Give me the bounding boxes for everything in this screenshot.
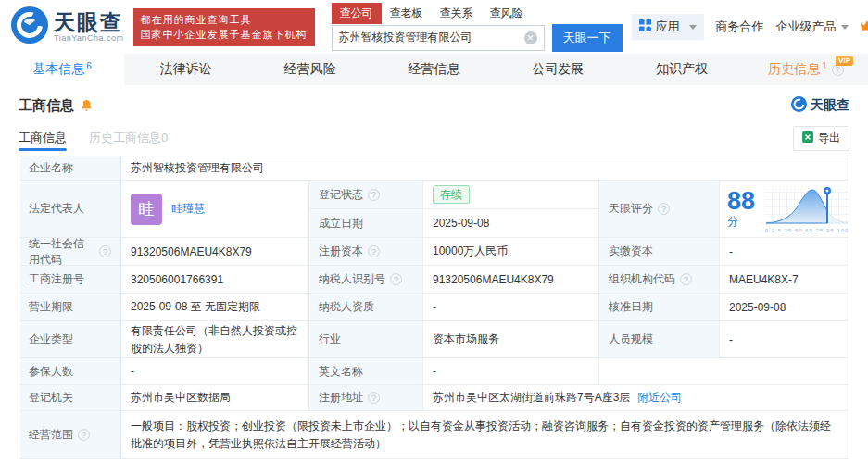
chart-axis-ticks: 0 1 5 25 50 65 75 95 100	[765, 228, 849, 233]
company-name-value: 苏州智核投资管理有限公司	[121, 156, 849, 181]
search-area: 查公司 查老板 查关系 查风险 天眼一下	[332, 3, 623, 52]
empty-cell	[599, 358, 849, 385]
field-label-text: 天眼评分	[609, 201, 653, 217]
staff-size-value: -	[720, 321, 849, 358]
subtab-history-registration[interactable]: 历史工商信息0	[89, 122, 168, 154]
field-label: 参保人数	[19, 358, 121, 385]
field-label: 天眼评分	[599, 181, 720, 238]
tab-legal-litigation[interactable]: 法律诉讼	[124, 54, 248, 85]
chevron-down-icon	[841, 25, 849, 30]
org-code-value: MAEU4K8X-7	[720, 266, 849, 294]
clear-input-icon[interactable]	[524, 31, 537, 44]
search-button[interactable]: 天眼一下	[552, 24, 623, 52]
export-button[interactable]: 导出	[793, 126, 849, 151]
promo-banner: 都在用的商业查询工具 国家中小企业发展子基金旗下机构	[133, 8, 315, 46]
field-label-text: 组织机构代码	[609, 271, 675, 287]
top-header: 天眼查 TianYanCha.com 都在用的商业查询工具 国家中小企业发展子基…	[0, 0, 868, 54]
enterprise-products-label: 企业级产品	[776, 19, 837, 35]
field-label-text: 登记状态	[319, 187, 363, 203]
open-vip-menu[interactable]: 开通会员	[861, 19, 868, 35]
tianyancha-logo[interactable]: 天眼查 TianYanCha.com	[11, 6, 124, 47]
help-icon[interactable]	[390, 273, 402, 285]
status-badge: 存续	[433, 185, 470, 205]
tab-label: 基本信息	[32, 61, 84, 78]
reg-authority-value: 苏州市吴中区数据局	[121, 385, 309, 411]
search-input[interactable]	[339, 31, 524, 44]
approval-date-value: 2025-09-08	[720, 294, 849, 321]
field-label-text: 注册地址	[319, 390, 363, 406]
tab-label: 法律诉讼	[160, 61, 212, 78]
help-icon[interactable]	[368, 392, 380, 404]
monitor-bell-icon[interactable]	[81, 99, 93, 112]
tianyan-score-cell[interactable]: 88分	[720, 181, 849, 238]
tab-label: 公司发展	[532, 61, 584, 78]
field-label: 英文名称	[309, 358, 423, 385]
field-label: 统一社会信用代码	[19, 238, 121, 266]
tianyancha-logo-icon	[11, 6, 48, 47]
tab-business-info[interactable]: 经营信息	[372, 54, 497, 85]
brand-watermark: 天眼查	[791, 96, 849, 116]
chevron-down-icon	[689, 25, 697, 30]
apps-menu[interactable]: 应用	[632, 14, 704, 40]
help-icon[interactable]	[368, 245, 380, 257]
enterprise-products-menu[interactable]: 企业级产品	[776, 19, 849, 35]
company-nav-tabs: 基本信息 6 法律诉讼 经营风险 经营信息 公司发展 知识产权 VIP 历史信息…	[0, 54, 868, 85]
tab-operational-risk[interactable]: 经营风险	[248, 54, 372, 85]
subtab-business-registration[interactable]: 工商信息	[19, 122, 67, 154]
field-label: 成立日期	[309, 209, 423, 238]
tab-history-info[interactable]: VIP 历史信息 1	[744, 54, 868, 85]
promo-line-1: 都在用的商业查询工具	[141, 12, 308, 28]
tab-count: 1	[822, 61, 827, 71]
company-type-value: 有限责任公司（非自然人投资或控股的法人独资）	[121, 321, 309, 358]
reg-capital-value: 10000万人民币	[423, 238, 599, 266]
field-label: 行业	[309, 321, 423, 358]
help-icon[interactable]	[680, 273, 692, 285]
avatar[interactable]: 眭	[131, 194, 162, 225]
business-cooperation-link[interactable]: 商务合作	[716, 19, 764, 35]
field-label: 经营范围	[19, 411, 121, 459]
logo-domain: TianYanCha.com	[54, 33, 124, 43]
help-icon[interactable]	[78, 429, 90, 441]
search-tab-relation[interactable]: 查关系	[432, 3, 482, 24]
score-value: 88	[727, 187, 755, 215]
taxpayer-quality-value: -	[423, 294, 599, 321]
top-nav: 应用 商务合作 企业级产品 开通会员	[632, 14, 868, 40]
reg-address-value: 苏州市吴中区太湖街道前珠路7号A座3层	[433, 390, 630, 406]
legal-rep-link[interactable]: 眭瑾慧	[171, 201, 205, 217]
field-label: 法定代表人	[19, 181, 121, 238]
help-icon[interactable]	[658, 203, 670, 215]
business-info-card: 工商信息 天眼查 工商信息 历史工商信息0	[0, 89, 868, 459]
tab-company-development[interactable]: 公司发展	[496, 54, 620, 85]
tab-label: 知识产权	[656, 61, 708, 78]
field-label: 注册资本	[309, 238, 423, 266]
tab-label: 经营风险	[284, 61, 336, 78]
registration-info-table: 企业名称 苏州智核投资管理有限公司 法定代表人 眭 眭瑾慧 登记状态 存续 成立…	[19, 156, 849, 459]
tab-count: 6	[86, 61, 92, 71]
score-unit: 分	[727, 215, 738, 228]
tab-label: 历史信息	[768, 61, 820, 78]
score-distribution-chart: 0 1 5 25 50 65 75 95 100	[764, 184, 849, 233]
field-label: 注册地址	[309, 385, 423, 411]
search-tab-boss[interactable]: 查老板	[382, 3, 432, 24]
tab-basic-info[interactable]: 基本信息 6	[0, 54, 124, 85]
brand-watermark-text: 天眼查	[811, 97, 849, 114]
tab-intellectual-property[interactable]: 知识产权	[620, 54, 744, 85]
promo-line-2: 国家中小企业发展子基金旗下机构	[141, 27, 308, 43]
business-scope-value: 一般项目：股权投资；创业投资（限投资未上市企业）；以自有资金从事投资活动；融资咨…	[121, 411, 849, 459]
search-tab-risk[interactable]: 查风险	[482, 3, 532, 24]
field-label: 纳税人识别号	[309, 266, 423, 294]
apps-label: 应用	[656, 19, 680, 35]
reg-number-value: 320506001766391	[121, 266, 309, 294]
logo-title: 天眼查	[54, 11, 124, 33]
field-label: 组织机构代码	[599, 266, 720, 294]
field-label-text: 注册资本	[319, 244, 363, 259]
field-label: 登记状态	[309, 181, 423, 209]
taxpayer-id-value: 91320506MAEU4K8X79	[423, 266, 599, 294]
search-tab-company[interactable]: 查公司	[332, 3, 382, 24]
help-icon[interactable]	[368, 189, 380, 201]
field-label: 核准日期	[599, 294, 720, 321]
help-icon[interactable]	[99, 245, 111, 257]
nearby-companies-link[interactable]: 附近公司	[637, 390, 682, 406]
field-label-text: 经营范围	[29, 427, 73, 443]
business-term-value: 2025-09-08 至 无固定期限	[121, 294, 309, 321]
